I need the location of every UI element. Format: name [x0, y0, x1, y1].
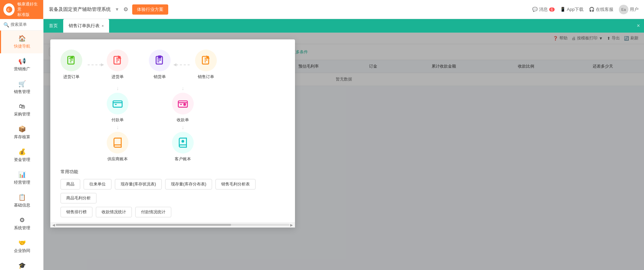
flow-node-receipt[interactable]: 收款单 — [172, 93, 194, 123]
svg-rect-6 — [158, 56, 161, 57]
user-avatar: Ea — [619, 5, 628, 14]
experience-button[interactable]: 体验行业方案 — [132, 4, 168, 15]
sales-icon: 🛒 — [18, 80, 26, 88]
arrow-down-receipt: ↓ — [172, 124, 194, 130]
sidebar-item-operations[interactable]: 📊 经营管理 — [0, 167, 43, 190]
flow-node-sales-order[interactable]: 销售订单 — [195, 50, 217, 80]
customer-ledger-label: 客户账本 — [175, 156, 191, 162]
sidebar-search[interactable]: 🔍 搜索菜单 — [0, 19, 43, 31]
message-icon: 💬 — [532, 7, 538, 12]
supplier-ledger-icon — [107, 132, 128, 154]
tab-sales-order[interactable]: 销售订单执行表 × — [63, 19, 109, 33]
func-btn-payment-stats[interactable]: 付款情况统计 — [135, 207, 171, 217]
sidebar-item-quick-nav[interactable]: 🏠 快捷导航 — [0, 31, 43, 53]
flow-left-col: 进货订单 ▶ — [60, 50, 128, 162]
flow-arrows-down-row-right: ↓ — [172, 85, 194, 91]
message-item[interactable]: 💬 消息 6 — [532, 6, 555, 13]
svg-rect-4 — [113, 101, 122, 107]
sidebar-item-newbie[interactable]: 🎓 新手引导 — [0, 258, 43, 270]
arrow-po-to-pb: ▶ — [88, 65, 101, 65]
sidebar-item-sales[interactable]: 🛒 销售管理 — [0, 76, 43, 99]
func-buttons-row2: 销售排行榜 收款情况统计 付款情况统计 — [60, 207, 285, 217]
sidebar: 6 畅康通好生意 标准版 🔍 搜索菜单 🏠 快捷导航 📢 营销推广 🛒 销售管理 — [0, 0, 43, 270]
sales-order-label: 销售订单 — [198, 74, 214, 80]
scrollbar-left-arrow[interactable]: ◀ — [52, 223, 56, 227]
content-area: ❓ 帮助 🖨 按模板打印 ▼ ⬆ 导出 🔄 刷新 — [43, 33, 644, 270]
flow-row1-right: 销货单 ◀ — [149, 50, 217, 80]
gear-icon[interactable]: ⚙ — [123, 6, 128, 13]
operations-icon: 📊 — [18, 171, 26, 178]
sidebar-nav: 🏠 快捷导航 📢 营销推广 🛒 销售管理 🛍 采购管理 📦 库存核算 💰 — [0, 31, 43, 270]
sidebar-item-system[interactable]: ⚙ 系统管理 — [0, 212, 43, 235]
logo-text: 畅康通好生意 标准版 — [17, 2, 40, 18]
flow-right-col: 销货单 ◀ — [149, 50, 217, 162]
sidebar-item-enterprise[interactable]: 🤝 企业协同 — [0, 235, 43, 258]
common-functions: 常用功能 商品 往来单位 现存量(库存状况表) 现存量(库存分布表) 销售毛利分… — [60, 169, 285, 217]
receipt-label: 收款单 — [177, 117, 189, 123]
flow-row2: 付款单 — [60, 93, 128, 123]
purchase-order-label: 进货订单 — [63, 74, 80, 80]
payment-icon — [107, 93, 128, 114]
phone-icon: 📱 — [560, 7, 565, 12]
sidebar-item-marketing[interactable]: 📢 营销推广 — [0, 53, 43, 76]
modal-dialog: 进货订单 ▶ — [50, 39, 295, 228]
flow-node-payment[interactable]: 付款单 — [107, 93, 128, 123]
supplier-ledger-label: 供应商账本 — [107, 156, 128, 162]
arrow-so-to-sb: ◀ — [176, 65, 190, 65]
func-btn-stock-status[interactable]: 现存量(库存状况表) — [115, 179, 162, 190]
flow-node-sales-bill[interactable]: 销货单 — [149, 50, 171, 80]
sales-bill-icon — [149, 50, 171, 71]
user-item[interactable]: Ea 用户 — [619, 5, 639, 14]
svg-text:6: 6 — [7, 8, 9, 12]
scrollbar-right-arrow[interactable]: ▶ — [290, 223, 294, 227]
modal-overlay[interactable]: 进货订单 ▶ — [43, 33, 644, 270]
purchase-icon: 🛍 — [19, 103, 25, 110]
sales-bill-label: 销货单 — [154, 74, 166, 80]
search-icon: 🔍 — [3, 22, 9, 28]
sidebar-item-purchase[interactable]: 🛍 采购管理 — [0, 99, 43, 121]
flow-arrows-down-row: ↓ — [60, 85, 128, 91]
sidebar-item-basic-info[interactable]: 📋 基础信息 — [0, 190, 43, 212]
svg-point-9 — [184, 104, 186, 105]
flow-node-purchase-order[interactable]: 进货订单 — [60, 50, 82, 80]
flow-diagram: 进货订单 ▶ — [60, 50, 285, 162]
flow-node-purchase-bill[interactable]: 进货单 — [107, 50, 128, 80]
tab-bar-close-icon[interactable]: × — [637, 23, 640, 29]
message-badge: 6 — [549, 7, 555, 12]
system-title: 装备及固定资产辅助管理系统 — [49, 6, 111, 13]
tab-home[interactable]: 首页 — [43, 19, 63, 33]
inventory-icon: 📦 — [18, 125, 26, 133]
scrollbar-thumb — [56, 224, 231, 226]
func-btn-product[interactable]: 商品 — [60, 179, 80, 190]
modal-scrollbar[interactable]: ◀ ▶ — [50, 222, 295, 228]
common-functions-title: 常用功能 — [60, 169, 285, 175]
flow-row1: 进货订单 ▶ — [60, 50, 128, 80]
quick-nav-icon: 🏠 — [18, 35, 26, 42]
func-btn-sales-rank[interactable]: 销售排行榜 — [60, 207, 92, 217]
func-btn-product-gross[interactable]: 商品毛利分析 — [60, 193, 97, 203]
svg-point-10 — [182, 140, 184, 142]
func-btn-sales-gross[interactable]: 销售毛利分析表 — [215, 179, 256, 190]
flow-node-supplier-ledger[interactable]: 供应商账本 — [107, 132, 128, 162]
arrow-down-sb: ↓ — [172, 85, 194, 91]
func-btn-partner[interactable]: 往来单位 — [84, 179, 111, 190]
tab-close-icon[interactable]: × — [102, 24, 104, 28]
header-right: 💬 消息 6 📱 App下载 🎧 在线客服 Ea 用户 — [532, 5, 639, 14]
main-content: 装备及固定资产辅助管理系统 ▼ ⚙ 体验行业方案 💬 消息 6 📱 App下载 … — [43, 0, 644, 270]
enterprise-icon: 🤝 — [18, 239, 26, 247]
func-btn-receipt-stats[interactable]: 收款情况统计 — [96, 207, 132, 217]
sidebar-logo: 6 畅康通好生意 标准版 — [0, 0, 43, 19]
sidebar-item-inventory[interactable]: 📦 库存核算 — [0, 121, 43, 144]
newbie-icon: 🎓 — [18, 262, 26, 269]
arrow-down-receipt-wrap: ↓ — [172, 124, 194, 130]
flow-row3-right: 客户账本 — [172, 132, 194, 162]
app-download-item[interactable]: 📱 App下载 — [560, 6, 584, 13]
flow-row3: 供应商账本 — [60, 132, 128, 162]
scrollbar-track[interactable] — [56, 224, 290, 226]
dropdown-icon[interactable]: ▼ — [115, 7, 119, 12]
flow-node-customer-ledger[interactable]: 客户账本 — [172, 132, 194, 162]
sidebar-item-finance[interactable]: 💰 资金管理 — [0, 144, 43, 167]
online-service-item[interactable]: 🎧 在线客服 — [589, 6, 613, 13]
func-btn-stock-dist[interactable]: 现存量(库存分布表) — [165, 179, 212, 190]
flow-arrows-down-row2: ↓ — [60, 124, 128, 130]
